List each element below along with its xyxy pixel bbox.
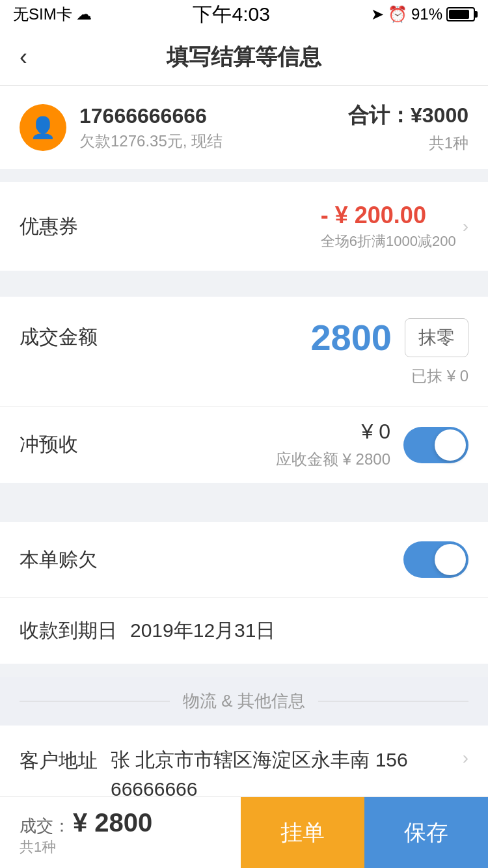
location-icon: ➤ [371,5,384,23]
bottom-info: 成交： ¥ 2800 共1种 [0,797,241,868]
prepay-value: ¥ 0 [362,420,390,444]
due-value: 2019年12月31日 [130,617,275,644]
prepay-values: ¥ 0 应收金额 ¥ 2800 [276,420,390,470]
status-bar: 无SIM卡 ☁ 下午4:03 ➤ ⏰ 91% [0,0,488,29]
nav-bar: ‹ 填写结算等信息 [0,29,488,86]
customer-phone: 17666666666 [79,104,223,128]
credit-row: 本单赊欠 [0,522,488,597]
content: 👤 17666666666 欠款1276.35元, 现结 合计：¥3000 共1… [0,86,488,868]
address-label: 客户地址 [20,745,98,774]
credit-card: 本单赊欠 收款到期日 2019年12月31日 [0,522,488,664]
total-count: 共1种 [348,133,468,154]
section-divider-1 [0,284,488,297]
battery-percent: 91% [411,5,442,23]
bottom-deal-row: 成交： ¥ 2800 [20,808,221,837]
coupon-desc: 全场6折满1000减200 [321,232,456,251]
header-line-right [318,701,468,701]
customer-right: 合计：¥3000 共1种 [348,102,468,154]
section-header-text: 物流 & 其他信息 [183,690,305,712]
address-chevron: › [463,745,468,768]
amount-sub-row: 已抹 ¥ 0 [20,365,468,387]
sim-label: 无SIM卡 ☁ [13,4,92,25]
header-line-left [20,701,170,701]
battery-icon [446,7,475,21]
bottom-amount: ¥ 2800 [73,808,152,837]
status-right: ➤ ⏰ 91% [371,5,475,23]
bottom-bar: 成交： ¥ 2800 共1种 挂单 保存 [0,796,488,868]
bottom-count: 共1种 [20,837,221,857]
prepay-section: 冲预收 ¥ 0 应收金额 ¥ 2800 [0,406,488,483]
coupon-right: - ¥ 200.00 全场6折满1000减200 › [321,202,468,251]
status-left: 无SIM卡 ☁ [13,4,92,25]
deal-label: 成交： [20,815,70,837]
coupon-card: 优惠券 - ¥ 200.00 全场6折满1000减200 › [0,182,488,271]
amount-row: 成交金额 2800 抹零 [20,316,468,359]
avatar: 👤 [20,104,66,151]
customer-left: 👤 17666666666 欠款1276.35元, 现结 [20,104,223,152]
credit-toggle[interactable] [403,541,468,578]
customer-row: 👤 17666666666 欠款1276.35元, 现结 合计：¥3000 共1… [0,86,488,169]
customer-card: 👤 17666666666 欠款1276.35元, 现结 合计：¥3000 共1… [0,86,488,169]
save-button[interactable]: 保存 [364,797,488,868]
coupon-row[interactable]: 优惠券 - ¥ 200.00 全场6折满1000减200 › [0,182,488,271]
pending-button[interactable]: 挂单 [241,797,364,868]
amount-label: 成交金额 [20,324,98,351]
customer-debt: 欠款1276.35元, 现结 [79,131,223,152]
battery-fill [449,10,469,19]
prepay-toggle[interactable] [403,427,468,463]
avatar-icon: 👤 [30,115,56,140]
coupon-chevron: › [463,216,468,237]
toggle-knob [435,429,466,461]
section-divider-2 [0,496,488,509]
due-label: 收款到期日 [20,617,117,644]
coupon-info: - ¥ 200.00 全场6折满1000减200 [321,202,456,251]
amount-value-group: 2800 抹零 [310,316,468,359]
coupon-amount: - ¥ 200.00 [321,202,456,229]
total-amount: 合计：¥3000 [348,102,468,130]
amount-sub: 已抹 ¥ 0 [411,367,468,385]
alarm-icon: ⏰ [388,5,407,23]
prepay-desc: 应收金额 ¥ 2800 [276,449,390,470]
coupon-label: 优惠券 [20,213,78,240]
prepay-label: 冲预收 [20,431,78,458]
customer-info: 17666666666 欠款1276.35元, 现结 [79,104,223,152]
amount-card: 成交金额 2800 抹零 已抹 ¥ 0 冲预收 ¥ 0 应收金额 ¥ 2800 [0,297,488,483]
time-label: 下午4:03 [193,1,269,28]
amount-section: 成交金额 2800 抹零 已抹 ¥ 0 [0,297,488,406]
amount-value: 2800 [310,316,392,359]
save-label: 保存 [404,818,448,848]
credit-label: 本单赊欠 [20,547,98,573]
prepay-right-group: ¥ 0 应收金额 ¥ 2800 [276,420,468,470]
credit-toggle-knob [435,544,466,575]
round-button[interactable]: 抹零 [405,318,468,357]
address-value: 张 北京市市辖区海淀区永丰南 156 66666666 [111,745,463,804]
back-button[interactable]: ‹ [20,44,27,71]
page-title: 填写结算等信息 [167,42,321,72]
pending-label: 挂单 [280,818,325,848]
prepay-row: 冲预收 ¥ 0 应收金额 ¥ 2800 [20,420,468,470]
due-date-row: 收款到期日 2019年12月31日 [0,597,488,664]
section-header: 物流 & 其他信息 [0,677,488,726]
